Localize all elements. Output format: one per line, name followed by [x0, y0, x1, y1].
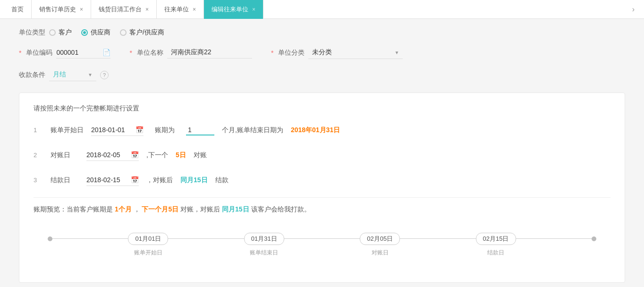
- row-3-label: 结款日: [51, 176, 79, 185]
- row-1-date-wrap: 📅: [91, 124, 144, 136]
- row-2-num: 2: [34, 152, 43, 159]
- radio-supplier[interactable]: 供应商: [81, 28, 110, 37]
- preview-highlight1: 1个月: [115, 205, 132, 213]
- timeline-node-3: 02月05日 对账日: [360, 233, 400, 257]
- row-2-date-wrap: 📅: [86, 149, 139, 161]
- node-2-label: 账单结束日: [250, 249, 278, 257]
- unit-type-radio-group: 客户 供应商 客户/供应商: [49, 28, 164, 37]
- settings-row-2: 2 对账日 📅 ,下一个 5日 对账: [34, 149, 610, 161]
- page-content: 单位类型 客户 供应商 客户/供应商: [0, 19, 644, 287]
- tab-partner-units-close[interactable]: ×: [193, 6, 196, 13]
- unit-category-value: 未分类: [312, 48, 390, 57]
- unit-type-field: 单位类型 客户 供应商 客户/供应商: [19, 28, 164, 37]
- row-2-date-input[interactable]: [86, 151, 129, 159]
- payment-terms-label: 收款条件: [19, 71, 45, 79]
- preview-highlight3: 同月15日: [222, 205, 249, 213]
- unit-category-required: *: [271, 49, 273, 57]
- row-2-suffix-post: 对账: [194, 151, 207, 160]
- row-3-suffix-pre: ，对账后: [146, 176, 173, 185]
- tab-home[interactable]: 首页: [4, 0, 32, 19]
- unit-category-field: * 单位分类 未分类 ▼: [271, 46, 403, 59]
- radio-customer-circle: [49, 29, 56, 36]
- radio-supplier-label: 供应商: [91, 28, 110, 37]
- timeline-right-endpoint: [592, 233, 596, 241]
- node-3-badge: 02月05日: [360, 233, 400, 245]
- row-3-suffix-highlight: 同月15日: [180, 176, 208, 185]
- node-1-badge: 01月01日: [128, 233, 168, 245]
- tab-edit-partner-unit-label: 编辑往来单位: [212, 5, 248, 14]
- row-1-period-end: 2018年01月31日: [291, 126, 340, 135]
- node-2-badge: 01月31日: [244, 233, 284, 245]
- timeline-left-dot: [48, 236, 52, 241]
- row-2-suffix-highlight: 5日: [176, 151, 186, 160]
- radio-customer-supplier-label: 客户/供应商: [129, 28, 164, 37]
- preview-sep1: ，: [134, 205, 140, 213]
- unit-code-label: 单位编码: [26, 49, 52, 57]
- radio-customer-supplier-circle: [120, 29, 127, 36]
- node-4-badge: 02月15日: [476, 233, 516, 245]
- tab-edit-partner-unit-close[interactable]: ×: [252, 6, 255, 13]
- row-1-period-input[interactable]: [186, 125, 214, 135]
- unit-code-required: *: [19, 49, 21, 57]
- unit-code-input[interactable]: [56, 49, 99, 56]
- tab-edit-partner-unit[interactable]: 编辑往来单位 ×: [204, 0, 263, 19]
- tab-sales-order-history-close[interactable]: ×: [80, 6, 83, 13]
- tab-expand-button[interactable]: ›: [627, 5, 640, 14]
- timeline-node-4: 02月15日 结款日: [476, 233, 516, 257]
- row-3-date-wrap: 📅: [86, 174, 139, 186]
- tab-sales-order-history[interactable]: 销售订单历史 ×: [32, 0, 91, 19]
- preview-text: 账期预览：当前客户账期是 1个月 ， 下一个月5日 对账，对账后 同月15日 该…: [34, 205, 610, 214]
- timeline-nodes: 01月01日 账单开始日 01月31日 账单结束日 02月05日 对账日 02月…: [48, 233, 596, 257]
- unit-details-row: * 单位编码 📄 * 单位名称 * 单位分类 未分类 ▼: [19, 46, 625, 59]
- radio-supplier-circle: [81, 29, 88, 36]
- tab-partner-units[interactable]: 往来单位 ×: [157, 0, 204, 19]
- payment-terms-select[interactable]: 月结 ▼: [49, 68, 96, 81]
- tab-cash-work-desk-close[interactable]: ×: [145, 6, 149, 13]
- tab-cash-work-desk[interactable]: 钱货日清工作台 ×: [91, 0, 157, 19]
- unit-category-label: 单位分类: [278, 49, 305, 57]
- unit-type-row: 单位类型 客户 供应商 客户/供应商: [19, 28, 625, 37]
- preview-sep2: 对账，对账后: [180, 205, 220, 213]
- unit-name-field: * 单位名称: [129, 47, 252, 59]
- row-3-calendar-icon[interactable]: 📅: [131, 176, 139, 184]
- settings-row-1: 1 账单开始日 📅 账期为 个月,账单结束日期为 2018年01月31日: [34, 124, 610, 136]
- tab-home-label: 首页: [11, 5, 24, 14]
- row-1-date-input[interactable]: [91, 126, 134, 134]
- radio-customer[interactable]: 客户: [49, 28, 72, 37]
- tab-cash-work-desk-label: 钱货日清工作台: [99, 5, 142, 14]
- preview-prefix: 账期预览：当前客户账期是: [34, 205, 113, 213]
- tab-bar: 首页 销售订单历史 × 钱货日清工作台 × 往来单位 × 编辑往来单位 × ›: [0, 0, 644, 19]
- node-4-label: 结款日: [487, 249, 504, 257]
- preview-suffix: 该客户会给我打款。: [251, 205, 311, 213]
- settings-row-3: 3 结款日 📅 ，对账后 同月15日 结款: [34, 174, 610, 186]
- tab-sales-order-history-label: 销售订单历史: [39, 5, 76, 14]
- row-2-suffix-pre: ,下一个: [146, 151, 168, 160]
- unit-code-input-wrap: 📄: [56, 47, 110, 59]
- row-2-calendar-icon[interactable]: 📅: [131, 151, 139, 159]
- row-3-suffix-post: 结款: [215, 176, 229, 185]
- unit-type-label: 单位类型: [19, 28, 45, 37]
- unit-name-input[interactable]: [167, 47, 252, 59]
- help-question-mark: ?: [103, 72, 106, 78]
- payment-terms-field: 收款条件 月结 ▼ ?: [19, 68, 109, 81]
- row-1-num: 1: [34, 127, 43, 134]
- settings-title: 请按照未来的一个完整帐期进行设置: [34, 104, 610, 113]
- payment-terms-help-icon[interactable]: ?: [100, 71, 109, 79]
- unit-name-required: *: [129, 49, 132, 57]
- unit-name-label: 单位名称: [137, 49, 163, 57]
- node-3-label: 对账日: [372, 249, 389, 257]
- row-2-label: 对账日: [51, 151, 79, 160]
- row-1-label: 账单开始日: [51, 126, 84, 135]
- unit-code-field: * 单位编码 📄: [19, 47, 110, 59]
- unit-code-icon[interactable]: 📄: [102, 49, 110, 56]
- row-3-date-input[interactable]: [86, 176, 129, 184]
- preview-highlight2: 下一个月5日: [142, 205, 178, 213]
- row-1-suffix-label: 账期为: [155, 126, 175, 135]
- radio-customer-supplier[interactable]: 客户/供应商: [120, 28, 164, 37]
- payment-terms-value: 月结: [53, 70, 84, 79]
- unit-category-select[interactable]: 未分类 ▼: [308, 46, 403, 59]
- tab-partner-units-label: 往来单位: [164, 5, 189, 14]
- settings-box: 请按照未来的一个完整帐期进行设置 1 账单开始日 📅 账期为 个月,账单结束日期…: [19, 93, 625, 283]
- payment-terms-row: 收款条件 月结 ▼ ?: [19, 68, 625, 81]
- row-1-calendar-icon[interactable]: 📅: [136, 126, 144, 134]
